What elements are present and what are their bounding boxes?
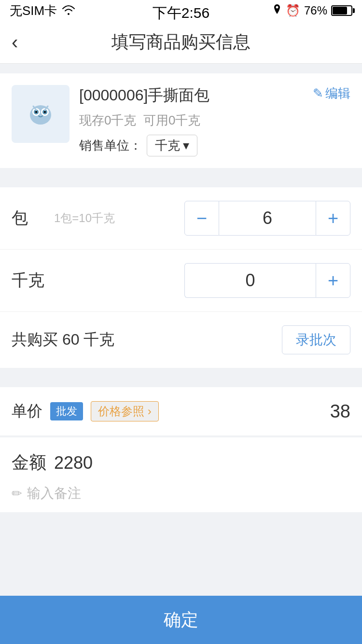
divider-2 <box>0 368 362 378</box>
product-image <box>12 85 70 143</box>
kg-qty-row: 千克 + <box>0 250 362 311</box>
price-ref-button[interactable]: 价格参照 › <box>91 401 159 421</box>
back-button[interactable]: ‹ <box>12 31 18 53</box>
status-left: 无SIM卡 <box>10 2 75 19</box>
package-plus-button[interactable]: + <box>316 201 350 236</box>
product-stock: 现存0千克 可用0千克 <box>79 112 350 129</box>
edit-icon: ✎ <box>313 86 323 101</box>
status-bar: 无SIM卡 下午2:56 ⏰ 76% <box>0 0 362 21</box>
kg-plus-button[interactable]: + <box>316 263 350 298</box>
status-time: 下午2:56 <box>153 3 209 23</box>
package-hint: 1包=10千克 <box>54 210 184 226</box>
package-section: 包 1包=10千克 − + 千克 + 共购买 60 千克 录批次 <box>0 187 362 368</box>
svg-point-0 <box>276 6 278 9</box>
package-minus-button[interactable]: − <box>184 201 219 236</box>
carrier-text: 无SIM卡 <box>10 2 57 19</box>
price-batch-tag: 批发 <box>50 402 83 420</box>
price-label: 单价 <box>12 401 42 422</box>
package-controls: − + <box>184 201 350 236</box>
wifi-icon <box>62 3 75 18</box>
svg-point-7 <box>44 111 46 113</box>
status-right: ⏰ 76% <box>272 4 352 17</box>
nav-title: 填写商品购买信息 <box>111 30 251 54</box>
svg-point-1 <box>30 105 51 125</box>
confirm-button[interactable]: 确定 <box>0 596 362 644</box>
product-name: [0000006]手撕面包 <box>79 85 350 106</box>
amount-section: 金额 2280 ✏ 输入备注 <box>0 437 362 512</box>
product-unit-row: 销售单位： 千克 ▾ <box>79 135 350 156</box>
amount-value: 2280 <box>54 453 93 473</box>
svg-point-6 <box>35 111 37 113</box>
remark-row[interactable]: ✏ 输入备注 <box>12 484 350 503</box>
total-text: 共购买 60 千克 <box>12 329 114 350</box>
alarm-icon: ⏰ <box>286 4 300 17</box>
package-input[interactable] <box>219 201 316 236</box>
remark-placeholder[interactable]: 输入备注 <box>27 484 81 503</box>
package-qty-row: 包 1包=10千克 − + <box>0 187 362 250</box>
unit-select[interactable]: 千克 ▾ <box>147 135 197 156</box>
amount-row: 金额 2280 <box>12 451 350 475</box>
package-label: 包 <box>12 207 50 229</box>
price-section: 单价 批发 价格参照 › 38 <box>0 387 362 435</box>
chevron-down-icon: ▾ <box>183 138 189 153</box>
amount-label: 金额 <box>12 451 46 475</box>
kg-label: 千克 <box>12 269 50 292</box>
edit-button[interactable]: ✎ 编辑 <box>313 85 350 102</box>
pencil-icon: ✏ <box>12 486 22 501</box>
price-value: 38 <box>330 401 350 422</box>
nav-bar: ‹ 填写商品购买信息 <box>0 21 362 64</box>
battery-icon <box>331 5 352 16</box>
product-card: [0000006]手撕面包 现存0千克 可用0千克 销售单位： 千克 ▾ ✎ 编… <box>0 73 362 168</box>
divider-1 <box>0 168 362 178</box>
kg-input[interactable] <box>184 263 316 298</box>
kg-controls: + <box>184 263 350 298</box>
total-row: 共购买 60 千克 录批次 <box>0 311 362 368</box>
battery-percent: 76% <box>304 4 327 17</box>
location-icon <box>272 4 282 17</box>
batch-button[interactable]: 录批次 <box>282 325 350 354</box>
product-info: [0000006]手撕面包 现存0千克 可用0千克 销售单位： 千克 ▾ <box>79 85 350 156</box>
confirm-label: 确定 <box>164 608 198 632</box>
price-left: 单价 批发 价格参照 › <box>12 401 159 422</box>
